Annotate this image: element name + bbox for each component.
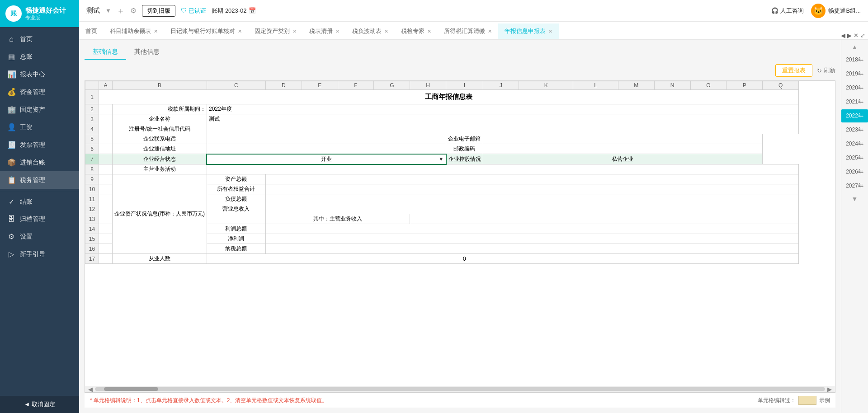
year-item-2025[interactable]: 2025年 [841, 151, 868, 164]
cell-14-d[interactable] [265, 224, 798, 234]
col-g[interactable]: G [374, 81, 410, 90]
cell-17-b[interactable]: 从业人数 [112, 254, 207, 264]
col-j[interactable]: J [483, 81, 519, 90]
tab-fixed-cat[interactable]: 固定资产类别 ✕ [248, 23, 303, 40]
cell-2-a[interactable] [99, 104, 113, 114]
cell-5-j[interactable]: 企业电子邮箱 [446, 134, 483, 144]
sidebar-item-settings[interactable]: ⚙ 设置 [0, 228, 79, 245]
cell-4-c[interactable] [207, 124, 798, 134]
sidebar-item-checkout[interactable]: ✓ 结账 [0, 193, 79, 211]
cell-13-a[interactable] [99, 214, 113, 224]
cell-14-c[interactable]: 利润总额 [207, 224, 265, 234]
sidebar-item-guide[interactable]: ▷ 新手引导 [0, 245, 79, 263]
col-l[interactable]: L [573, 81, 618, 90]
tab-close-all[interactable]: ✕ [854, 32, 859, 39]
tab-income-tax-close[interactable]: ✕ [488, 28, 492, 34]
scroll-track[interactable] [95, 387, 825, 391]
cell-8-a[interactable] [99, 164, 113, 174]
cell-16-a[interactable] [99, 244, 113, 254]
col-b[interactable]: B [112, 81, 207, 90]
col-f[interactable]: F [338, 81, 374, 90]
col-k[interactable]: K [519, 81, 573, 90]
sidebar-item-home[interactable]: ⌂ 首页 [0, 31, 79, 48]
cell-17-c[interactable] [207, 254, 446, 264]
topbar-old-version-btn[interactable]: 切到旧版 [142, 5, 175, 17]
cell-10-c[interactable]: 所有者权益合计 [207, 184, 265, 194]
tab-journal-close[interactable]: ✕ [238, 28, 242, 34]
topbar-dropdown-arrow[interactable]: ▼ [105, 7, 111, 14]
cell-9-b[interactable]: 企业资产状况信息(币种：人民币万元) [112, 174, 207, 254]
col-p[interactable]: P [726, 81, 763, 90]
cell-5-a[interactable] [99, 134, 113, 144]
tab-expand[interactable]: ⤢ [860, 32, 865, 39]
tab-aux[interactable]: 科目辅助余额表 ✕ [104, 23, 164, 40]
col-q[interactable]: Q [763, 81, 799, 90]
cell-12-c[interactable]: 营业总收入 [207, 204, 265, 214]
cell-7-k[interactable]: 私营企业 [483, 154, 763, 164]
year-item-2022[interactable]: 2022年 [841, 109, 868, 122]
cell-7-a[interactable] [99, 154, 113, 164]
cell-3-c[interactable]: 测试 [207, 114, 798, 124]
cell-3-a[interactable] [99, 114, 113, 124]
cell-13-h[interactable] [410, 214, 799, 224]
cell-3-b[interactable]: 企业名称 [112, 114, 207, 124]
scroll-left-btn[interactable]: ◀ [86, 386, 95, 393]
sidebar-item-fund[interactable]: 💰 资金管理 [0, 83, 79, 101]
cell-15-a[interactable] [99, 234, 113, 244]
cell-15-c[interactable]: 净利润 [207, 234, 265, 244]
cell-9-a[interactable] [99, 174, 113, 184]
year-item-2023[interactable]: 2023年 [841, 123, 868, 136]
topbar-support-btn[interactable]: 🎧 人工咨询 [771, 7, 804, 15]
sub-tab-basic[interactable]: 基础信息 [85, 45, 126, 60]
col-c[interactable]: C [207, 81, 265, 90]
tab-income-tax[interactable]: 所得税汇算清缴 ✕ [438, 23, 498, 40]
sidebar-item-invoice[interactable]: 🧾 发票管理 [0, 136, 79, 154]
tab-annual-report-close[interactable]: ✕ [548, 28, 552, 34]
col-m[interactable]: M [618, 81, 654, 90]
year-item-2019[interactable]: 2019年 [841, 67, 868, 80]
cell-12-d[interactable] [265, 204, 798, 214]
tab-fixed-cat-close[interactable]: ✕ [292, 28, 297, 34]
cell-9-d[interactable] [265, 174, 798, 184]
cell-6-k[interactable] [483, 144, 763, 154]
calendar-icon[interactable]: 📅 [249, 7, 256, 14]
cell-6-b[interactable]: 企业通信地址 [112, 144, 207, 154]
tab-tax-expert[interactable]: 税检专家 ✕ [395, 23, 438, 40]
year-item-2021[interactable]: 2021年 [841, 95, 868, 108]
tab-tax-form[interactable]: 税表清册 ✕ [303, 23, 346, 40]
tab-tax-wave[interactable]: 税负波动表 ✕ [346, 23, 395, 40]
topbar-settings-icon[interactable]: ⚙ [130, 6, 137, 15]
cell-14-a[interactable] [99, 224, 113, 234]
cell-16-d[interactable] [265, 244, 798, 254]
sidebar-item-wage[interactable]: 👤 工资 [0, 118, 79, 136]
cell-7-j[interactable]: 企业控股情况 [446, 154, 483, 164]
cell-4-b[interactable]: 注册号/统一社会信用代码 [112, 124, 207, 134]
cell-17-k[interactable] [483, 254, 798, 264]
cell-9-c[interactable]: 资产总额 [207, 174, 265, 184]
cell-7-b[interactable]: 企业经营状态 [112, 154, 207, 164]
scroll-right-btn[interactable]: ▶ [825, 386, 834, 393]
cell-12-a[interactable] [99, 204, 113, 214]
cell-6-a[interactable] [99, 144, 113, 154]
tab-scroll-right[interactable]: ▶ [847, 32, 852, 39]
cell-11-d[interactable] [265, 194, 798, 204]
cell-2-b[interactable]: 税款所属期间： [112, 104, 207, 114]
cell-6-j[interactable]: 邮政编码 [446, 144, 483, 154]
col-a[interactable]: A [99, 81, 113, 90]
cell-6-c[interactable] [207, 144, 446, 154]
cell-5-c[interactable] [207, 134, 446, 144]
col-i[interactable]: I [446, 81, 483, 90]
tab-aux-close[interactable]: ✕ [154, 28, 158, 34]
sidebar-item-inventory[interactable]: 📦 进销台账 [0, 154, 79, 171]
cell-4-a[interactable] [99, 124, 113, 134]
tab-scroll-left[interactable]: ◀ [841, 32, 845, 39]
col-e[interactable]: E [302, 81, 338, 90]
cell-17-a[interactable] [99, 254, 113, 264]
year-nav-down[interactable]: ▼ [850, 193, 860, 204]
year-item-2026[interactable]: 2026年 [841, 165, 868, 178]
sidebar-item-asset[interactable]: 🏢 固定资产 [0, 101, 79, 118]
sidebar-item-report[interactable]: 📊 报表中心 [0, 66, 79, 83]
cell-8-b[interactable]: 主营业务活动 [112, 164, 207, 174]
cell-11-a[interactable] [99, 194, 113, 204]
tab-home[interactable]: 首页 [79, 23, 104, 40]
